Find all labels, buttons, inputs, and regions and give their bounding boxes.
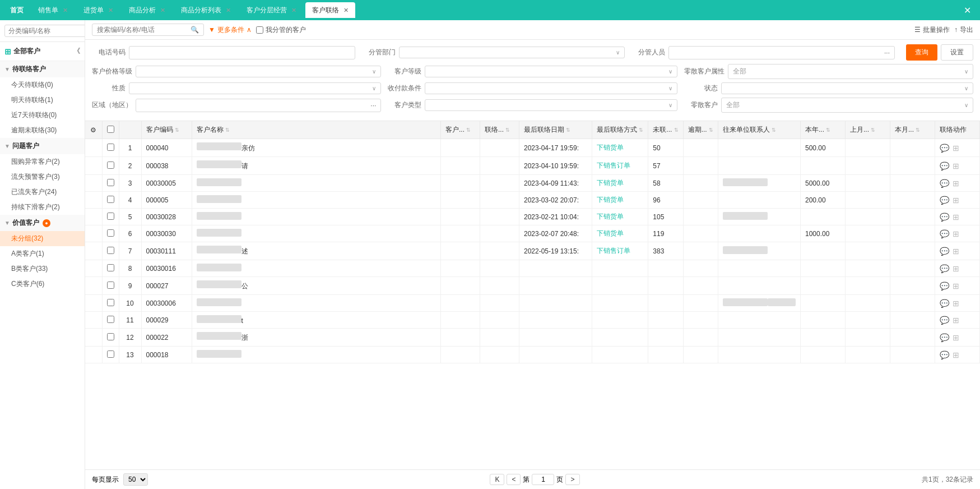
chat-icon[interactable]: 💬 xyxy=(940,282,949,290)
grid-action-icon[interactable]: ⊞ xyxy=(953,179,959,188)
page-prev-btn[interactable]: < xyxy=(507,474,521,485)
nav-tab-purchase[interactable]: 进货单 ✕ xyxy=(77,2,120,18)
grid-action-icon[interactable]: ⊞ xyxy=(953,350,959,359)
grid-action-icon[interactable]: ⊞ xyxy=(953,299,959,308)
batch-ops-button[interactable]: ☰ 批量操作 xyxy=(914,25,950,35)
row-checkbox[interactable] xyxy=(107,247,114,254)
row-checkbox[interactable] xyxy=(107,299,114,306)
filter-more-conditions[interactable]: ▼ 更多条件 ∧ xyxy=(208,25,252,35)
filter-search-input[interactable] xyxy=(97,26,188,34)
chat-icon[interactable]: 💬 xyxy=(940,162,949,170)
page-first-btn[interactable]: K xyxy=(490,474,504,485)
per-page-select[interactable]: 50 xyxy=(123,473,148,486)
close-sales-tab[interactable]: ✕ xyxy=(63,7,68,14)
nav-tab-customer-contact[interactable]: 客户联络 ✕ xyxy=(305,2,355,18)
last-type-link[interactable]: 下销售订单 xyxy=(597,162,630,169)
chat-icon[interactable]: 💬 xyxy=(940,229,949,238)
grid-action-icon[interactable]: ⊞ xyxy=(953,264,959,273)
row-checkbox[interactable] xyxy=(107,264,114,271)
sidebar-item-hoarding[interactable]: 囤购异常客户(2) xyxy=(0,154,85,169)
select-all-checkbox[interactable] xyxy=(107,126,114,133)
region-select[interactable]: ··· xyxy=(136,99,381,112)
row-checkbox[interactable] xyxy=(107,213,114,220)
retail-customer-select[interactable]: 全部 ∨ xyxy=(721,98,973,113)
gender-select[interactable]: ∨ xyxy=(129,82,381,94)
col-header-last-month[interactable]: 上月... ⇅ xyxy=(846,121,890,139)
chat-icon[interactable]: 💬 xyxy=(940,247,949,256)
col-header-this-year[interactable]: 本年... ⇅ xyxy=(801,121,846,139)
close-analysis-list-tab[interactable]: ✕ xyxy=(226,7,231,14)
grid-action-icon[interactable]: ⊞ xyxy=(953,213,959,222)
nav-tab-sales[interactable]: 销售单 ✕ xyxy=(31,2,75,18)
grid-action-icon[interactable]: ⊞ xyxy=(953,196,959,205)
price-level-select[interactable]: ∨ xyxy=(136,66,381,77)
last-type-link[interactable]: 下销货单 xyxy=(597,144,624,151)
row-checkbox[interactable] xyxy=(107,333,114,340)
close-contact-tab[interactable]: ✕ xyxy=(343,7,349,14)
chat-icon[interactable]: 💬 xyxy=(940,196,949,205)
page-next-btn[interactable]: > xyxy=(565,474,579,485)
last-type-link[interactable]: 下销货单 xyxy=(597,213,624,220)
chat-icon[interactable]: 💬 xyxy=(940,179,949,188)
col-header-contact[interactable]: 联络... ⇅ xyxy=(480,121,519,139)
region-more[interactable]: ··· xyxy=(370,102,376,109)
customer-type-select[interactable]: ∨ xyxy=(425,99,677,111)
col-header-code[interactable]: 客户编码 ⇅ xyxy=(141,121,192,139)
last-type-link[interactable]: 下销货单 xyxy=(597,196,624,204)
row-checkbox[interactable] xyxy=(107,229,114,237)
row-checkbox[interactable] xyxy=(107,196,114,203)
row-checkbox[interactable] xyxy=(107,350,114,358)
phone-input[interactable] xyxy=(129,46,355,59)
chat-icon[interactable]: 💬 xyxy=(940,333,949,342)
col-header-contact-person[interactable]: 往来单位联系人 ⇅ xyxy=(718,121,801,139)
nav-tab-customer-segment[interactable]: 客户分层经营 ✕ xyxy=(240,2,303,18)
sidebar-item-class-c[interactable]: C类客户(6) xyxy=(0,276,85,292)
filter-search-icon[interactable]: 🔍 xyxy=(191,26,199,34)
row-checkbox[interactable] xyxy=(107,316,114,323)
payment-select[interactable]: ∨ xyxy=(425,82,677,94)
grid-action-icon[interactable]: ⊞ xyxy=(953,247,959,256)
sidebar-item-class-a[interactable]: A类客户(1) xyxy=(0,246,85,261)
reset-button[interactable]: 设置 xyxy=(941,44,973,61)
last-type-link[interactable]: 下销售订单 xyxy=(597,247,630,255)
grid-action-icon[interactable]: ⊞ xyxy=(953,144,959,153)
retail-attr-select[interactable]: 全部 ∨ xyxy=(728,64,973,79)
row-checkbox[interactable] xyxy=(107,162,114,169)
status-select[interactable]: ∨ xyxy=(721,82,973,94)
nav-tab-analysis-list[interactable]: 商品分析列表 ✕ xyxy=(174,2,238,18)
row-checkbox[interactable] xyxy=(107,144,114,151)
sidebar-item-tomorrow[interactable]: 明天待联络(1) xyxy=(0,93,85,108)
chat-icon[interactable]: 💬 xyxy=(940,350,949,359)
col-header-unlink[interactable]: 未联... ⇅ xyxy=(648,121,683,139)
col-header-overdue[interactable]: 逾期... ⇅ xyxy=(683,121,718,139)
close-analysis-tab[interactable]: ✕ xyxy=(160,7,165,14)
manager-select[interactable]: ··· xyxy=(668,46,895,59)
export-button[interactable]: ↑ 导出 xyxy=(954,25,973,35)
chat-icon[interactable]: 💬 xyxy=(940,264,949,273)
close-purchase-tab[interactable]: ✕ xyxy=(108,7,113,14)
sidebar-search-input[interactable] xyxy=(4,25,85,37)
customer-level-select[interactable]: ∨ xyxy=(425,66,677,77)
chat-icon[interactable]: 💬 xyxy=(940,213,949,222)
sidebar-item-churned[interactable]: 已流失客户(24) xyxy=(0,184,85,200)
grid-action-icon[interactable]: ⊞ xyxy=(953,162,959,170)
last-type-link[interactable]: 下销货单 xyxy=(597,179,624,187)
nav-home[interactable]: 首页 xyxy=(4,6,29,15)
grid-action-icon[interactable]: ⊞ xyxy=(953,333,959,342)
close-segment-tab[interactable]: ✕ xyxy=(291,7,296,14)
manager-more[interactable]: ··· xyxy=(884,49,890,57)
chat-icon[interactable]: 💬 xyxy=(940,144,949,153)
sidebar-item-today[interactable]: 今天待联络(0) xyxy=(0,77,85,93)
sidebar-item-declining[interactable]: 持续下滑客户(2) xyxy=(0,200,85,215)
col-header-last-type[interactable]: 最后联络方式 ⇅ xyxy=(592,121,648,139)
query-button[interactable]: 查询 xyxy=(906,44,937,61)
grid-action-icon[interactable]: ⊞ xyxy=(953,229,959,238)
last-type-link[interactable]: 下销货单 xyxy=(597,229,624,237)
sidebar-item-week[interactable]: 近7天待联络(0) xyxy=(0,108,85,123)
row-checkbox[interactable] xyxy=(107,282,114,289)
row-checkbox[interactable] xyxy=(107,179,114,186)
my-customers-filter[interactable]: 我分管的客户 xyxy=(256,25,306,35)
chat-icon[interactable]: 💬 xyxy=(940,316,949,325)
sidebar-item-class-b[interactable]: B类客户(33) xyxy=(0,261,85,276)
my-customers-checkbox[interactable] xyxy=(256,26,263,34)
